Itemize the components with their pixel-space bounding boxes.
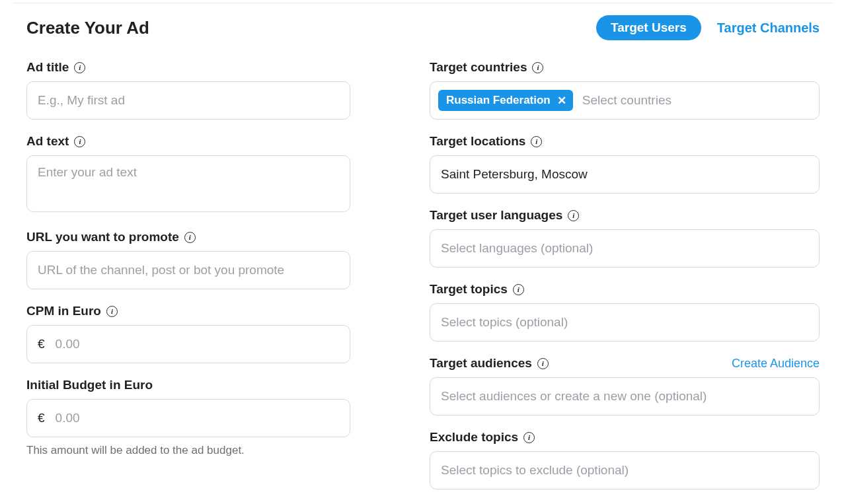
info-icon[interactable]: i bbox=[568, 210, 579, 221]
target-topics-label: Target topics bbox=[430, 282, 508, 297]
info-icon[interactable]: i bbox=[513, 284, 524, 295]
ad-title-input[interactable] bbox=[26, 81, 350, 120]
budget-input[interactable] bbox=[54, 410, 339, 426]
budget-field[interactable]: € bbox=[26, 399, 350, 437]
topics-placeholder: Select topics (optional) bbox=[438, 315, 568, 330]
url-label: URL you want to promote bbox=[26, 230, 179, 244]
info-icon[interactable]: i bbox=[532, 62, 543, 73]
target-audiences-label: Target audiences bbox=[430, 356, 532, 371]
target-languages-input[interactable]: Select languages (optional) bbox=[430, 229, 820, 268]
close-icon[interactable]: ✕ bbox=[557, 95, 566, 106]
info-icon[interactable]: i bbox=[184, 232, 196, 243]
url-input[interactable] bbox=[26, 251, 350, 289]
exclude-topics-input[interactable]: Select topics to exclude (optional) bbox=[430, 451, 820, 489]
target-countries-label: Target countries bbox=[430, 60, 527, 75]
page-title: Create Your Ad bbox=[26, 18, 149, 38]
divider bbox=[13, 3, 833, 3]
target-tabs: Target Users Target Channels bbox=[596, 15, 820, 40]
cpm-field[interactable]: € bbox=[26, 325, 350, 363]
tab-target-users[interactable]: Target Users bbox=[596, 15, 701, 40]
exclude-topics-label: Exclude topics bbox=[430, 430, 518, 445]
euro-icon: € bbox=[38, 411, 45, 425]
countries-placeholder: Select countries bbox=[580, 93, 672, 108]
target-locations-input[interactable] bbox=[430, 155, 820, 194]
info-icon[interactable]: i bbox=[74, 136, 85, 147]
ad-text-input[interactable] bbox=[26, 155, 350, 212]
info-icon[interactable]: i bbox=[523, 432, 535, 443]
country-chip-label: Russian Federation bbox=[446, 94, 551, 107]
target-locations-label: Target locations bbox=[430, 134, 525, 149]
target-topics-input[interactable]: Select topics (optional) bbox=[430, 303, 820, 342]
audiences-placeholder: Select audiences or create a new one (op… bbox=[438, 389, 707, 404]
budget-label: Initial Budget in Euro bbox=[26, 378, 153, 392]
ad-title-label: Ad title bbox=[26, 60, 69, 75]
target-languages-label: Target user languages bbox=[430, 208, 562, 223]
info-icon[interactable]: i bbox=[74, 62, 85, 73]
languages-placeholder: Select languages (optional) bbox=[438, 241, 593, 256]
country-chip[interactable]: Russian Federation ✕ bbox=[438, 90, 573, 111]
euro-icon: € bbox=[38, 337, 45, 351]
info-icon[interactable]: i bbox=[537, 358, 549, 369]
info-icon[interactable]: i bbox=[106, 306, 118, 317]
target-audiences-input[interactable]: Select audiences or create a new one (op… bbox=[430, 377, 820, 415]
info-icon[interactable]: i bbox=[531, 136, 542, 147]
ad-text-label: Ad text bbox=[26, 134, 69, 149]
cpm-label: CPM in Euro bbox=[26, 304, 101, 318]
target-countries-input[interactable]: Russian Federation ✕ Select countries bbox=[430, 81, 820, 120]
budget-hint: This amount will be added to the ad budg… bbox=[26, 444, 350, 457]
tab-target-channels[interactable]: Target Channels bbox=[717, 20, 820, 36]
create-audience-link[interactable]: Create Audience bbox=[732, 357, 820, 371]
cpm-input[interactable] bbox=[54, 336, 339, 352]
exclude-placeholder: Select topics to exclude (optional) bbox=[438, 463, 629, 478]
